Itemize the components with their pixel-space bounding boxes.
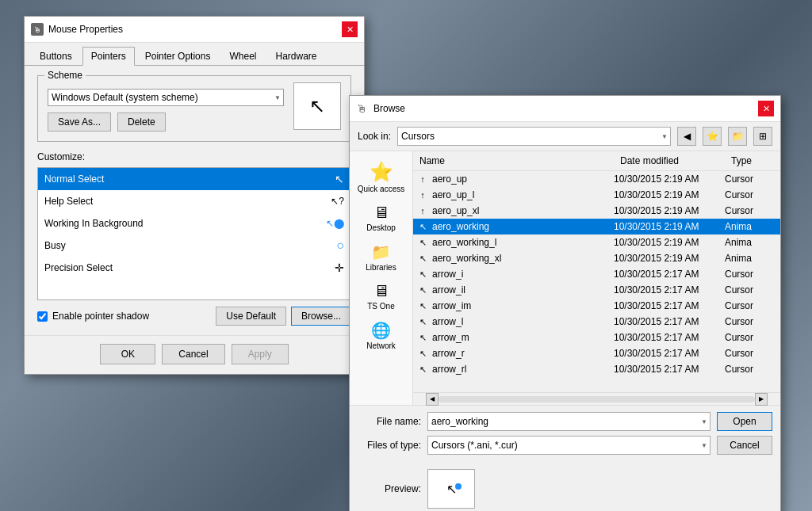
tab-pointers[interactable]: Pointers (82, 47, 135, 66)
sidebar-item-libraries[interactable]: 📁 Libraries (354, 239, 409, 276)
file-item-6[interactable]: ↖ arrow_i 10/30/2015 2:17 AM Cursor (413, 266, 780, 282)
file-list-area: Name Date modified Type ↑ aero_up 10/30/… (413, 151, 780, 405)
cursor-item-busy[interactable]: Busy ○ (38, 235, 350, 257)
file-type-0: Cursor (725, 174, 780, 185)
files-of-type-select[interactable]: Cursors (*.ani, *.cur) (427, 436, 710, 455)
preview-cursor-container: ↖ (446, 482, 457, 497)
h-scroll-bar: ◀ ▶ (413, 392, 780, 405)
col-header-name[interactable]: Name (413, 154, 607, 168)
file-name-label: File name: (358, 416, 421, 427)
file-type-4: Anima (725, 237, 780, 248)
file-name-input[interactable] (427, 412, 710, 431)
enable-shadow-checkbox[interactable] (37, 311, 48, 322)
quick-access-icon: ⭐ (370, 161, 393, 183)
col-header-type[interactable]: Type (725, 154, 780, 168)
sidebar-item-ts-one[interactable]: 🖥 TS One (354, 279, 409, 315)
file-item-1[interactable]: ↑ aero_up_l 10/30/2015 2:19 AM Cursor (413, 187, 780, 203)
file-item-7[interactable]: ↖ arrow_il 10/30/2015 2:17 AM Cursor (413, 282, 780, 298)
browse-dialog-close-button[interactable]: ✕ (758, 101, 774, 116)
file-type-8: Cursor (725, 300, 780, 311)
file-item-9[interactable]: ↖ arrow_l 10/30/2015 2:17 AM Cursor (413, 314, 780, 330)
browse-sidebar: ⭐ Quick access 🖥 Desktop 📁 Libraries 🖥 T… (350, 151, 413, 405)
file-name-row: File name: Open (358, 412, 772, 431)
mouse-properties-dialog: 🖱 Mouse Properties ✕ Buttons Pointers Po… (24, 16, 365, 375)
file-icon-9: ↖ (416, 317, 429, 327)
file-type-11: Cursor (725, 348, 780, 359)
cursor-item-normal-select[interactable]: Normal Select ↖ (38, 168, 350, 190)
save-as-button[interactable]: Save As... (48, 112, 111, 132)
file-type-3: Anima (725, 221, 780, 232)
file-name-7: arrow_il (432, 284, 614, 296)
file-item-2[interactable]: ↑ aero_up_xl 10/30/2015 2:19 AM Cursor (413, 203, 780, 219)
file-item-0[interactable]: ↑ aero_up 10/30/2015 2:19 AM Cursor (413, 171, 780, 187)
toolbar-back-button[interactable]: ◀ (677, 127, 696, 146)
cursor-item-precision-select[interactable]: Precision Select ✛ (38, 257, 350, 279)
use-default-button[interactable]: Use Default (216, 307, 286, 326)
file-name-2: aero_up_xl (432, 205, 614, 216)
file-date-12: 10/30/2015 2:17 AM (614, 364, 725, 375)
file-item-12[interactable]: ↖ arrow_rl 10/30/2015 2:17 AM Cursor (413, 361, 780, 377)
cancel-button[interactable]: Cancel (162, 344, 224, 364)
file-item-10[interactable]: ↖ arrow_m 10/30/2015 2:17 AM Cursor (413, 330, 780, 345)
file-item-11[interactable]: ↖ arrow_r 10/30/2015 2:17 AM Cursor (413, 345, 780, 361)
file-icon-3: ↖ (416, 222, 429, 232)
h-scroll-right-button[interactable]: ▶ (755, 393, 768, 406)
toolbar-star-button[interactable]: ⭐ (703, 127, 722, 146)
file-list: ↑ aero_up 10/30/2015 2:19 AM Cursor ↑ ae… (413, 171, 780, 392)
ts-one-icon: 🖥 (373, 282, 389, 300)
tab-pointer-options[interactable]: Pointer Options (136, 47, 220, 66)
file-date-5: 10/30/2015 2:19 AM (614, 253, 725, 264)
lookin-select[interactable]: Cursors (397, 127, 671, 146)
file-date-10: 10/30/2015 2:17 AM (614, 332, 725, 343)
col-header-date[interactable]: Date modified (614, 154, 725, 168)
file-date-4: 10/30/2015 2:19 AM (614, 237, 725, 248)
file-name-11: arrow_r (432, 348, 614, 359)
browse-bottom: File name: Open Files of type: Cursors (… (350, 405, 780, 466)
sidebar-item-desktop[interactable]: 🖥 Desktop (354, 200, 409, 236)
mouse-dialog-body: Scheme Windows Default (system scheme) S… (25, 66, 364, 335)
sidebar-item-network[interactable]: 🌐 Network (354, 318, 409, 354)
tab-hardware[interactable]: Hardware (266, 47, 325, 66)
network-label: Network (366, 341, 396, 351)
h-scroll-left-button[interactable]: ◀ (426, 393, 439, 406)
tab-buttons[interactable]: Buttons (31, 47, 81, 66)
desktop-icon: 🖥 (373, 204, 389, 222)
file-date-8: 10/30/2015 2:17 AM (614, 300, 725, 311)
mouse-dialog-close-button[interactable]: ✕ (342, 21, 358, 37)
file-date-9: 10/30/2015 2:17 AM (614, 316, 725, 327)
scheme-cursor-preview: ↖ (293, 82, 341, 130)
file-item-4[interactable]: ↖ aero_working_l 10/30/2015 2:19 AM Anim… (413, 235, 780, 250)
apply-button[interactable]: Apply (232, 344, 289, 364)
file-item-5[interactable]: ↖ aero_working_xl 10/30/2015 2:19 AM Ani… (413, 250, 780, 266)
h-scroll-track (439, 396, 755, 402)
cursor-item-working-bg[interactable]: Working In Background ↖⬤ (38, 212, 350, 235)
browse-cancel-button[interactable]: Cancel (717, 436, 772, 455)
file-name-6: arrow_i (432, 269, 614, 280)
open-button[interactable]: Open (717, 412, 772, 431)
file-type-9: Cursor (725, 316, 780, 327)
enable-shadow-checkbox-label[interactable]: Enable pointer shadow (37, 311, 149, 322)
sidebar-item-quick-access[interactable]: ⭐ Quick access (354, 158, 409, 197)
file-name-8: arrow_im (432, 300, 614, 311)
cursor-list-container: Normal Select ↖ Help Select ↖? Working I… (37, 167, 351, 300)
file-icon-11: ↖ (416, 349, 429, 359)
delete-button[interactable]: Delete (117, 112, 166, 132)
tab-wheel[interactable]: Wheel (220, 47, 265, 66)
cursor-item-help-select[interactable]: Help Select ↖? (38, 190, 350, 212)
cursor-item-icon-1: ↖? (331, 196, 344, 207)
browse-dialog: 🖱 Browse ✕ Look in: Cursors ◀ ⭐ 📁 ⊞ ⭐ Qu… (349, 95, 781, 511)
scheme-group: Scheme Windows Default (system scheme) S… (37, 75, 351, 142)
browse-dialog-icon: 🖱 (356, 102, 369, 115)
ok-button[interactable]: OK (100, 344, 155, 364)
toolbar-view-button[interactable]: ⊞ (753, 127, 772, 146)
file-type-2: Cursor (725, 205, 780, 216)
file-name-12: arrow_rl (432, 364, 614, 375)
file-item-8[interactable]: ↖ arrow_im 10/30/2015 2:17 AM Cursor (413, 298, 780, 314)
browse-button[interactable]: Browse... (291, 307, 351, 326)
preview-label: Preview: (358, 483, 421, 494)
cursor-item-name-0: Normal Select (44, 174, 104, 185)
scheme-select[interactable]: Windows Default (system scheme) (48, 89, 284, 106)
cursor-item-icon-0: ↖ (335, 173, 344, 185)
file-item-3[interactable]: ↖ aero_working 10/30/2015 2:19 AM Anima (413, 219, 780, 235)
toolbar-folder-button[interactable]: 📁 (728, 127, 747, 146)
